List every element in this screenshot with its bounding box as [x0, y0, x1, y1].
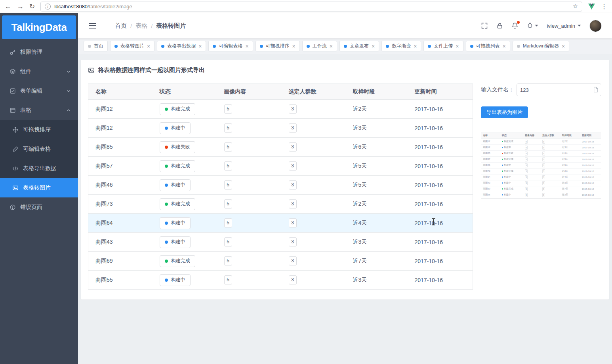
status-button[interactable]: 构建中: [160, 274, 191, 286]
tab-close-icon[interactable]: ×: [198, 44, 202, 49]
table-row[interactable]: 商圈73构建完成53近2天2017-10-16: [88, 195, 473, 214]
tab-dot: [88, 45, 91, 48]
tab-draggable-list[interactable]: 可拖拽列表×: [466, 41, 510, 51]
page-info-icon[interactable]: i: [45, 4, 51, 9]
portrait-count: 5: [224, 218, 232, 228]
table-row[interactable]: 商圈57构建完成53近5天2017-10-16: [88, 157, 473, 176]
cell-updated: 2017-10-16: [408, 252, 473, 271]
status-dot: [165, 108, 168, 111]
sidebar-item-label: 表单编辑: [20, 87, 42, 95]
status-button[interactable]: 构建完成: [160, 103, 195, 115]
tab-dot: [517, 45, 520, 48]
table-row[interactable]: 商圈69构建完成53近7天2017-10-16: [88, 252, 473, 271]
tab-table-to-image[interactable]: 表格转图片×: [110, 41, 154, 51]
table-row[interactable]: 商圈46构建中53近5天2017-10-16: [88, 176, 473, 195]
notification-bell-icon[interactable]: [511, 22, 519, 29]
cell-name: 商圈43: [88, 233, 153, 252]
tab-close-icon[interactable]: ×: [372, 44, 375, 49]
sidebar-item-permissions[interactable]: 权限管理: [0, 42, 78, 62]
tab-export-data[interactable]: 表格导出数据×: [157, 41, 206, 51]
browser-menu-icon[interactable]: ⋮: [601, 3, 607, 10]
tab-file-upload[interactable]: 文件上传×: [423, 41, 463, 51]
lock-icon[interactable]: [496, 22, 503, 29]
tab-close-icon[interactable]: ×: [330, 44, 333, 49]
status-button[interactable]: 构建完成: [160, 255, 195, 267]
address-bar[interactable]: i localhost:8080/tables/table2image ☆: [40, 2, 582, 11]
cell-name: 商圈12: [88, 100, 153, 119]
sidebar-item-form-edit[interactable]: 表单编辑: [0, 81, 78, 100]
cell-updated: 2017-10-16: [408, 176, 473, 195]
table-preview-thumbnail: 名称状态画像内容选定人群数取样时段更新时间 商圈12构建完成53近2天2017-…: [481, 133, 601, 199]
tab-dot: [428, 45, 431, 48]
fullscreen-icon[interactable]: [481, 22, 488, 29]
sidebar-item-table-to-image[interactable]: 表格转图片: [0, 178, 78, 197]
table-row[interactable]: 商圈85构建失败53近6天2017-10-16: [88, 138, 473, 157]
portrait-count: 5: [224, 275, 232, 284]
tab-label: 文章发布: [350, 43, 369, 49]
status-button[interactable]: 构建完成: [160, 160, 195, 172]
tab-close-icon[interactable]: ×: [147, 44, 150, 49]
cell-name: 商圈57: [88, 157, 153, 176]
tab-close-icon[interactable]: ×: [503, 44, 506, 49]
card-body: 名称状态画像内容选定人群数取样时段更新时间 商圈12构建完成53近2天2017-…: [88, 83, 602, 290]
avatar[interactable]: [589, 20, 602, 32]
tab-home[interactable]: 首页: [84, 41, 108, 51]
table-header-row: 名称状态画像内容选定人群数取样时段更新时间: [88, 84, 473, 100]
header-actions: iview_admin: [481, 20, 602, 32]
table-row[interactable]: 商圈43构建中53近3天2017-10-16: [88, 233, 473, 252]
user-menu[interactable]: iview_admin: [547, 23, 581, 29]
tab-dot: [386, 45, 389, 48]
sidebar-item-tables[interactable]: 表格: [0, 100, 78, 120]
cell-period: 近6天: [346, 138, 408, 157]
sidebar-item-label: 可拖拽排序: [23, 126, 51, 133]
tab-close-icon[interactable]: ×: [292, 44, 296, 49]
table-row[interactable]: 商圈55构建中53近3天2017-10-16: [88, 271, 473, 290]
tab-editable-table[interactable]: 可编辑表格×: [208, 41, 253, 51]
status-button[interactable]: 构建失败: [160, 141, 195, 153]
status-button[interactable]: 构建中: [160, 122, 191, 134]
sidebar-item-error-pages[interactable]: 错误页面: [0, 197, 78, 217]
status-button[interactable]: 构建中: [160, 179, 191, 191]
status-button[interactable]: 构建完成: [160, 198, 195, 210]
tab-drag-sort[interactable]: 可拖拽排序×: [255, 41, 300, 51]
portrait-count: 5: [224, 256, 232, 265]
tab-close-icon[interactable]: ×: [414, 44, 417, 49]
status-dot: [165, 127, 168, 130]
status-button[interactable]: 构建中: [160, 236, 191, 248]
bookmark-star-icon[interactable]: ☆: [573, 3, 578, 10]
audience-count: 3: [289, 199, 297, 209]
status-button[interactable]: 构建中: [160, 217, 191, 229]
export-image-button[interactable]: 导出表格为图片: [481, 106, 528, 118]
table-row[interactable]: 商圈64构建中53近4天2017-10-16: [88, 214, 473, 233]
tab-markdown-editor[interactable]: Markdown编辑器×: [513, 41, 570, 51]
table-row[interactable]: 商圈12构建中53近3天2017-10-16: [88, 119, 473, 138]
sidebar-item-drag-sort[interactable]: 可拖拽排序: [0, 120, 78, 139]
tab-number-transition[interactable]: 数字渐变×: [381, 41, 421, 51]
tab-article-publish[interactable]: 文章发布×: [339, 41, 379, 51]
sidebar-item-export-data[interactable]: 表格导出数据: [0, 159, 78, 178]
reload-button[interactable]: ↻: [29, 3, 35, 10]
sidebar-item-components[interactable]: 组件: [0, 62, 78, 81]
filename-input[interactable]: [517, 83, 601, 96]
tab-close-icon[interactable]: ×: [562, 44, 565, 49]
back-button[interactable]: ←: [5, 3, 11, 10]
audience-count: 3: [289, 104, 297, 114]
column-header: 状态: [153, 84, 217, 100]
table-row[interactable]: 商圈12构建完成53近2天2017-10-16: [88, 100, 473, 119]
sidebar-item-editable-table[interactable]: 可编辑表格: [0, 139, 78, 159]
sidebar-item-label: 错误页面: [20, 204, 42, 211]
theme-switch[interactable]: [527, 22, 538, 29]
tab-dot: [260, 45, 263, 48]
breadcrumb-tables[interactable]: 表格: [135, 22, 147, 30]
sidebar-item-label: 表格导出数据: [23, 165, 56, 172]
breadcrumb-home[interactable]: 首页: [115, 22, 127, 30]
vue-devtools-extension-icon[interactable]: [588, 3, 595, 10]
forward-button[interactable]: →: [17, 3, 24, 10]
cell-period: 近2天: [346, 195, 408, 214]
column-header: 名称: [88, 84, 153, 100]
menu-toggle-icon[interactable]: [88, 22, 97, 29]
tab-close-icon[interactable]: ×: [245, 44, 248, 49]
tab-workflow[interactable]: 工作流×: [302, 41, 337, 51]
tab-close-icon[interactable]: ×: [456, 44, 459, 49]
cell-period: 近4天: [346, 214, 408, 233]
